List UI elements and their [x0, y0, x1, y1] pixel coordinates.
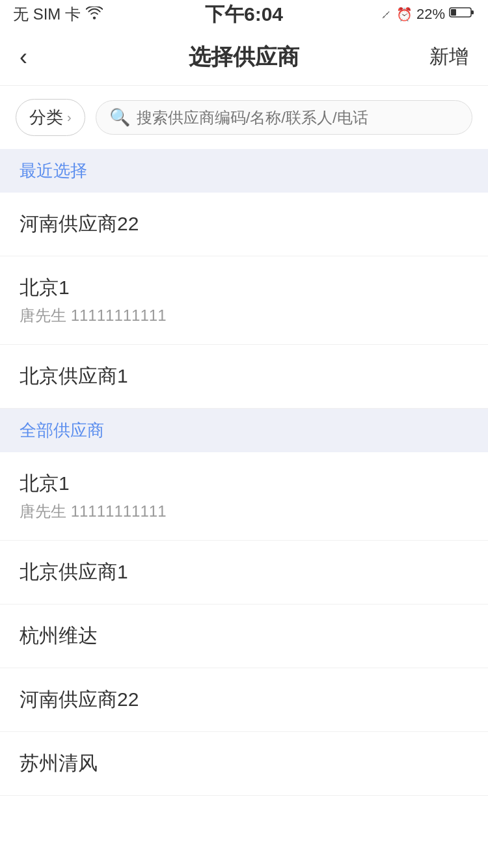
nav-bar: ‹ 选择供应商 新增 [0, 29, 488, 86]
back-button[interactable]: ‹ [20, 44, 59, 71]
svg-rect-2 [451, 9, 456, 16]
status-left: 无 SIM 卡 [13, 4, 103, 25]
location-icon: ⟋ [379, 7, 392, 22]
filter-row: 分类 › 🔍 [0, 86, 488, 149]
item-name: 杭州维达 [20, 623, 468, 649]
list-item[interactable]: 河南供应商22 [0, 668, 488, 732]
status-bar: 无 SIM 卡 下午6:04 ⟋ ⏰ 22% [0, 0, 488, 29]
list-item[interactable]: 北京供应商1 [0, 541, 488, 604]
list-item[interactable]: 北京1唐先生 11111111111 [0, 256, 488, 345]
carrier-text: 无 SIM 卡 [13, 4, 81, 25]
search-input[interactable] [137, 109, 459, 127]
list-item[interactable]: 北京1唐先生 11111111111 [0, 452, 488, 541]
chevron-right-icon: › [67, 110, 72, 125]
item-name: 河南供应商22 [20, 686, 468, 713]
search-box: 🔍 [96, 100, 472, 135]
all-section-header: 全部供应商 [0, 409, 488, 452]
nav-title: 选择供应商 [189, 42, 299, 72]
wifi-icon [86, 5, 103, 23]
alarm-icon: ⏰ [396, 7, 413, 22]
item-name: 河南供应商22 [20, 211, 468, 237]
search-icon: 🔍 [109, 107, 130, 128]
list-item[interactable]: 杭州维达 [0, 604, 488, 668]
svg-rect-1 [471, 10, 474, 14]
list-item[interactable]: 苏州清风 [0, 732, 488, 796]
add-button[interactable]: 新增 [429, 44, 468, 70]
item-sub: 唐先生 11111111111 [20, 501, 468, 522]
category-label: 分类 [29, 106, 63, 129]
item-name: 北京供应商1 [20, 363, 468, 390]
category-filter-button[interactable]: 分类 › [16, 99, 85, 136]
all-list: 北京1唐先生 11111111111北京供应商1杭州维达河南供应商22苏州清风 [0, 452, 488, 796]
item-name: 北京1 [20, 470, 468, 497]
status-time: 下午6:04 [205, 1, 283, 28]
item-name: 北京供应商1 [20, 559, 468, 586]
battery-text: 22% [416, 6, 445, 23]
item-sub: 唐先生 11111111111 [20, 305, 468, 326]
list-item[interactable]: 北京供应商1 [0, 345, 488, 409]
item-name: 北京1 [20, 275, 468, 301]
recent-list: 河南供应商22北京1唐先生 11111111111北京供应商1 [0, 193, 488, 409]
item-name: 苏州清风 [20, 750, 468, 777]
recent-section-header: 最近选择 [0, 149, 488, 193]
list-item[interactable]: 河南供应商22 [0, 193, 488, 256]
battery-icon [449, 6, 475, 23]
status-right: ⟋ ⏰ 22% [379, 6, 475, 23]
